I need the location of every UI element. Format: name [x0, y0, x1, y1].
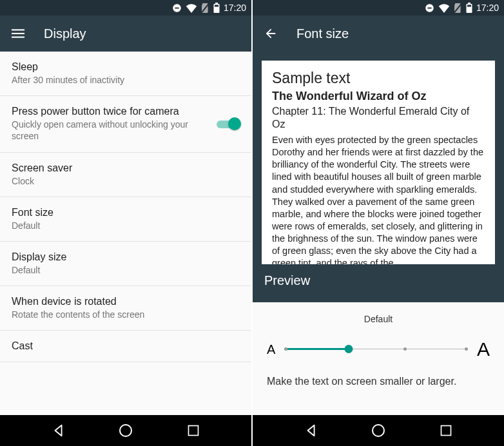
toggle-switch[interactable] — [217, 117, 240, 130]
sample-heading: Sample text — [272, 70, 485, 87]
item-title: Press power button twice for camera — [12, 106, 209, 117]
item-power-camera[interactable]: Press power button twice for camera Quic… — [0, 96, 251, 152]
item-fontsize[interactable]: Font size Default — [0, 197, 251, 242]
battery-icon — [213, 3, 220, 13]
svg-point-9 — [120, 425, 131, 436]
item-title: Display size — [12, 251, 240, 263]
status-time: 17:20 — [224, 3, 246, 13]
sample-text-card: Sample text The Wonderful Wizard of Oz C… — [262, 61, 495, 264]
a-small-icon: A — [267, 342, 275, 357]
sample-body: Even with eyes protected by the green sp… — [272, 134, 485, 264]
item-title: Cast — [12, 340, 240, 352]
svg-rect-3 — [215, 3, 218, 4]
battery-icon — [466, 3, 472, 13]
nav-bar — [0, 415, 251, 446]
svg-rect-6 — [12, 29, 24, 30]
home-nav-icon[interactable] — [117, 422, 135, 440]
item-subtitle: Clock — [12, 175, 240, 187]
item-sleep[interactable]: Sleep After 30 minutes of inactivity — [0, 52, 251, 96]
item-screensaver[interactable]: Screen saver Clock — [0, 153, 251, 197]
slider-row: A A — [267, 338, 490, 360]
svg-rect-10 — [188, 426, 198, 436]
svg-rect-18 — [441, 426, 451, 436]
item-title: Screen saver — [12, 162, 240, 174]
sample-title: The Wonderful Wizard of Oz — [272, 90, 485, 103]
back-arrow-icon[interactable] — [263, 26, 278, 41]
item-displaysize[interactable]: Display size Default — [0, 242, 251, 286]
wifi-icon — [186, 3, 197, 13]
status-bar: 17:20 — [0, 0, 251, 15]
svg-rect-14 — [468, 3, 470, 4]
no-sim-icon — [454, 3, 462, 13]
page-title: Font size — [296, 26, 349, 41]
appbar-fontsize: Font size — [253, 15, 504, 52]
back-nav-icon[interactable] — [302, 422, 320, 440]
svg-rect-12 — [427, 7, 431, 8]
item-subtitle: Default — [12, 220, 240, 231]
dnd-icon — [425, 3, 434, 13]
item-title: When device is rotated — [12, 296, 240, 307]
slider-area: Default A A Make the text on screen smal… — [253, 302, 504, 415]
svg-rect-16 — [467, 5, 471, 7]
svg-rect-1 — [175, 7, 179, 8]
sample-chapter: Chapter 11: The Wonderful Emerald City o… — [272, 105, 485, 131]
item-subtitle: Default — [12, 264, 240, 276]
item-subtitle: Rotate the contents of the screen — [12, 309, 240, 320]
recent-nav-icon[interactable] — [437, 422, 455, 440]
item-title: Font size — [12, 207, 240, 218]
preview-label: Preview — [262, 264, 495, 293]
slider-value-label: Default — [267, 314, 490, 324]
page-title: Display — [44, 26, 86, 41]
slider-description: Make the text on screen smaller or large… — [267, 376, 490, 387]
status-bar: 17:20 — [253, 0, 504, 15]
settings-list: Sleep After 30 minutes of inactivity Pre… — [0, 52, 251, 415]
item-subtitle: After 30 minutes of inactivity — [12, 74, 240, 86]
home-nav-icon[interactable] — [369, 422, 387, 440]
item-rotation[interactable]: When device is rotated Rotate the conten… — [0, 286, 251, 331]
phone-fontsize: 17:20 Font size Sample text The Wonderfu… — [253, 0, 504, 446]
item-title: Sleep — [12, 61, 240, 73]
svg-rect-7 — [12, 33, 24, 34]
svg-point-17 — [373, 425, 384, 436]
dnd-icon — [172, 3, 182, 13]
slider-thumb[interactable] — [344, 345, 353, 353]
status-time: 17:20 — [476, 3, 499, 13]
recent-nav-icon[interactable] — [184, 422, 202, 440]
item-subtitle: Quickly open camera without unlocking yo… — [12, 119, 209, 142]
hamburger-icon[interactable] — [10, 26, 26, 41]
no-sim-icon — [201, 3, 209, 13]
preview-panel: Sample text The Wonderful Wizard of Oz C… — [253, 52, 504, 302]
nav-bar — [253, 415, 504, 446]
svg-rect-5 — [215, 5, 218, 7]
svg-rect-8 — [12, 37, 24, 38]
a-large-icon: A — [477, 338, 490, 360]
wifi-icon — [438, 3, 450, 13]
appbar-display: Display — [0, 15, 251, 52]
item-cast[interactable]: Cast — [0, 331, 251, 362]
fontsize-slider[interactable] — [284, 342, 468, 357]
phone-display-settings: 17:20 Display Sleep After 30 minutes of … — [0, 0, 251, 446]
back-nav-icon[interactable] — [50, 422, 68, 440]
